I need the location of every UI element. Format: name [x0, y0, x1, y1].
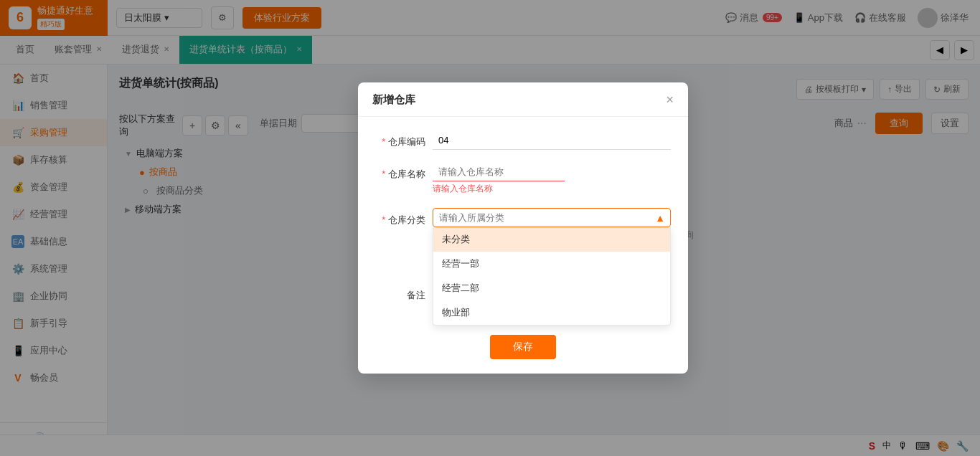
- dropdown-item-0[interactable]: 未分类: [433, 227, 670, 252]
- dialog-header: 新增仓库 ×: [358, 82, 688, 117]
- chevron-up-icon[interactable]: ▲: [655, 212, 665, 224]
- dialog-close-btn[interactable]: ×: [666, 92, 674, 108]
- note-label: 备注: [375, 285, 433, 302]
- name-input-wrap: [433, 163, 671, 181]
- code-label: * 仓库编码: [375, 131, 433, 148]
- new-warehouse-dialog: 新增仓库 × * 仓库编码 * 仓库名称: [358, 82, 688, 374]
- dropdown-item-1[interactable]: 经营一部: [433, 252, 670, 276]
- dialog-body: * 仓库编码 * 仓库名称 请输入仓库名称: [358, 117, 688, 328]
- required-star: *: [382, 136, 385, 147]
- required-star-2: *: [382, 168, 385, 179]
- dialog-title: 新增仓库: [372, 93, 415, 107]
- code-field-row: * 仓库编码: [375, 131, 671, 150]
- name-error-msg: 请输入仓库名称: [433, 183, 493, 195]
- required-star-3: *: [382, 214, 385, 225]
- warehouse-code-input[interactable]: [433, 131, 671, 150]
- dropdown-item-3[interactable]: 物业部: [433, 300, 670, 325]
- category-field-row: * 仓库分类 ▲ 未分类 经营一部 经营二部 物业部: [375, 208, 671, 227]
- warehouse-name-input[interactable]: [433, 163, 565, 181]
- dialog-footer: 保存: [358, 328, 688, 374]
- dropdown-item-2[interactable]: 经营二部: [433, 276, 670, 300]
- save-button[interactable]: 保存: [490, 335, 556, 359]
- warehouse-category-input[interactable]: [433, 208, 671, 227]
- name-label: * 仓库名称: [375, 163, 433, 181]
- category-dropdown: 未分类 经营一部 经营二部 物业部: [433, 227, 671, 326]
- category-input-wrap: ▲ 未分类 经营一部 经营二部 物业部: [433, 208, 671, 227]
- name-field-row: * 仓库名称 请输入仓库名称: [375, 163, 671, 195]
- category-label: * 仓库分类: [375, 208, 433, 227]
